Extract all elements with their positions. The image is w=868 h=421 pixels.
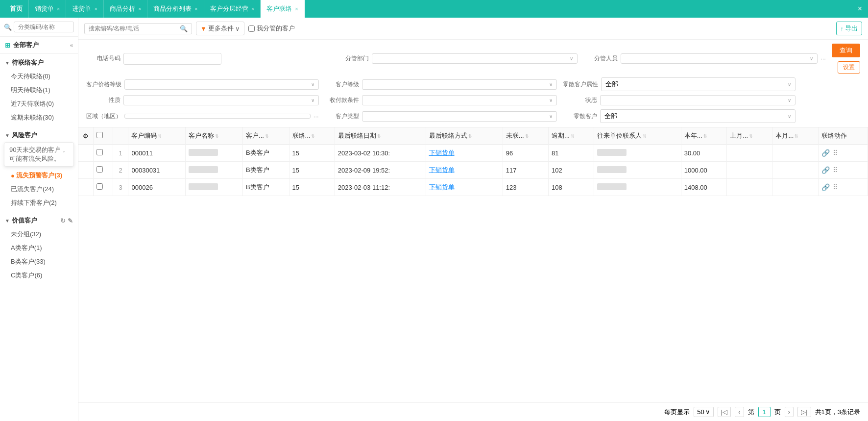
search-input[interactable] — [89, 25, 178, 32]
collapse-icon: « — [70, 42, 73, 48]
page-unit: 页 — [774, 408, 781, 417]
filter-region-select[interactable] — [124, 114, 311, 119]
filter-phone-input[interactable] — [123, 53, 221, 65]
gear-icon[interactable]: ⚙ — [83, 132, 89, 140]
cell-last-month — [727, 145, 772, 162]
current-page: 1 — [758, 407, 771, 417]
col-code[interactable]: 客户编码⇅ — [128, 127, 186, 145]
per-page-select[interactable]: 50 ∨ — [694, 407, 713, 417]
chevron-retail: ∨ — [788, 82, 791, 87]
action-link-icon-1[interactable]: 🔗 — [821, 166, 830, 174]
col-this-month[interactable]: 本月...⇅ — [772, 127, 818, 145]
sidebar-item-overdue[interactable]: 逾期未联络(30) — [0, 111, 78, 124]
filter-customer-type-select[interactable]: ∨ — [362, 111, 557, 122]
action-more-icon-0[interactable]: ⠿ — [833, 149, 838, 157]
filter-manager-label: 分管人员 — [583, 54, 618, 63]
filter-manager-select[interactable]: ∨ — [621, 53, 818, 64]
close-tab-sales[interactable]: × — [57, 6, 60, 12]
filter-retail-select[interactable]: 全部 ∨ — [600, 109, 796, 123]
close-tab-analysis-list[interactable]: × — [194, 6, 197, 12]
arrow-icon-value: ▼ — [5, 218, 10, 223]
action-link-icon-2[interactable]: 🔗 — [821, 183, 830, 191]
filter-retail-attr-select[interactable]: 全部 ∨ — [601, 77, 796, 91]
cell-this-year: 30.00 — [681, 145, 726, 162]
close-tab-customer-contact[interactable]: × — [295, 6, 298, 12]
filter-dept-select[interactable]: ∨ — [372, 53, 577, 64]
more-filter-button[interactable]: ▼ 更多条件 ∨ — [196, 22, 244, 35]
sidebar-item-ungrouped[interactable]: 未分组(32) — [0, 227, 78, 241]
sidebar-item-7days[interactable]: 近7天待联络(0) — [0, 97, 78, 111]
col-company-contact[interactable]: 往来单位联系人⇅ — [594, 127, 681, 145]
export-button[interactable]: ↑ 导出 — [836, 22, 863, 35]
sidebar-item-class-a[interactable]: A类客户(1) — [0, 241, 78, 255]
cell-settings — [78, 162, 93, 179]
col-type[interactable]: 客户...⇅ — [243, 127, 289, 145]
col-not-contacted[interactable]: 未联...⇅ — [503, 127, 548, 145]
filter-price-level-select[interactable]: ∨ — [124, 79, 319, 90]
my-customers-checkbox-wrap[interactable]: 我分管的客户 — [248, 24, 295, 33]
sidebar-item-class-c[interactable]: C类客户(6) — [0, 269, 78, 282]
col-name[interactable]: 客户名称⇅ — [186, 127, 243, 145]
col-last-method[interactable]: 最后联络方式⇅ — [426, 127, 503, 145]
col-overdue[interactable]: 逾期...⇅ — [549, 127, 594, 145]
cell-name — [186, 179, 243, 196]
sidebar-item-churn-warning[interactable]: ● 流失预警客户(3) — [0, 169, 78, 182]
close-tab-analysis[interactable]: × — [138, 6, 141, 12]
filter-payment-select[interactable]: ∨ — [362, 95, 557, 105]
sidebar-item-tomorrow[interactable]: 明天待联络(1) — [0, 83, 78, 97]
filter-nature-select[interactable]: ∨ — [123, 95, 319, 105]
tab-customer-segment[interactable]: 客户分层经营 × — [204, 0, 261, 18]
last-page-button[interactable]: ▷| — [797, 407, 811, 417]
close-tab-customer-segment[interactable]: × — [251, 6, 254, 12]
cell-code: 000026 — [128, 179, 186, 196]
action-more-icon-1[interactable]: ⠿ — [833, 166, 838, 174]
col-last-date[interactable]: 最后联络日期⇅ — [335, 127, 426, 145]
refresh-icon[interactable]: ↻ — [60, 217, 66, 224]
action-link-icon-0[interactable]: 🔗 — [821, 149, 830, 157]
next-page-button[interactable]: › — [785, 407, 794, 417]
close-tab-purchase[interactable]: × — [94, 6, 97, 12]
sidebar-group-header-pending[interactable]: ▼ 待联络客户 — [0, 56, 78, 70]
setting-button[interactable]: 设置 — [838, 61, 860, 74]
row-checkbox-1[interactable] — [96, 166, 103, 173]
row-checkbox-0[interactable] — [96, 149, 103, 155]
query-button[interactable]: 查询 — [832, 44, 860, 57]
sidebar-item-today[interactable]: 今天待联络(0) — [0, 70, 78, 83]
search-submit-icon[interactable]: 🔍 — [180, 25, 188, 32]
action-more-icon-2[interactable]: ⠿ — [833, 183, 838, 191]
sort-last-month: ⇅ — [749, 134, 753, 139]
search-bar: 🔍 ▼ 更多条件 ∨ 我分管的客户 ↑ 导出 — [78, 18, 868, 40]
more-dots-region[interactable]: ··· — [313, 113, 319, 120]
sidebar-item-class-b[interactable]: B类客户(33) — [0, 255, 78, 269]
prev-page-button[interactable]: ‹ — [735, 407, 744, 417]
edit-icon[interactable]: ✎ — [68, 217, 73, 224]
select-all-checkbox[interactable] — [96, 132, 103, 138]
my-customers-checkbox[interactable] — [248, 25, 255, 32]
more-dots-manager[interactable]: ··· — [820, 55, 826, 62]
sidebar-search-input[interactable] — [14, 22, 74, 32]
sidebar-item-churned[interactable]: 已流失客户(24) — [0, 182, 78, 196]
cell-last-date: 2023-02-03 11:12: — [335, 179, 426, 196]
sidebar-all-customers[interactable]: ⊞ 全部客户 « — [0, 37, 78, 54]
tab-sales[interactable]: 销货单 × — [29, 0, 66, 18]
col-settings[interactable]: ⚙ — [78, 127, 93, 145]
tab-analysis[interactable]: 商品分析 × — [104, 0, 147, 18]
sidebar-item-declining[interactable]: 持续下滑客户(2) — [0, 196, 78, 210]
tab-home[interactable]: 首页 — [4, 0, 29, 18]
tab-purchase[interactable]: 进货单 × — [66, 0, 103, 18]
filter-customer-level-select[interactable]: ∨ — [362, 79, 557, 90]
filter-customer-type-label: 客户类型 — [325, 112, 359, 121]
sidebar-group-header-value[interactable]: ▼ 价值客户 ↻ ✎ — [0, 214, 78, 227]
window-close-button[interactable]: × — [852, 4, 868, 13]
first-page-button[interactable]: |◁ — [718, 407, 731, 417]
tab-analysis-list[interactable]: 商品分析列表 × — [147, 0, 204, 18]
filter-status-select[interactable]: ∨ — [600, 95, 796, 105]
sidebar-group-header-risk[interactable]: ▼ 风险客户 — [0, 128, 78, 142]
tab-customer-contact[interactable]: 客户联络 × — [261, 0, 304, 18]
col-contact[interactable]: 联络...⇅ — [289, 127, 335, 145]
col-this-year[interactable]: 本年...⇅ — [681, 127, 726, 145]
col-last-month[interactable]: 上月...⇅ — [727, 127, 772, 145]
chevron-payment: ∨ — [549, 98, 553, 103]
sidebar: 🔍 ⊞ 全部客户 « ▼ 待联络客户 今天待联络(0) 明天待联络(1) 近7天… — [0, 18, 78, 421]
row-checkbox-2[interactable] — [96, 183, 103, 190]
